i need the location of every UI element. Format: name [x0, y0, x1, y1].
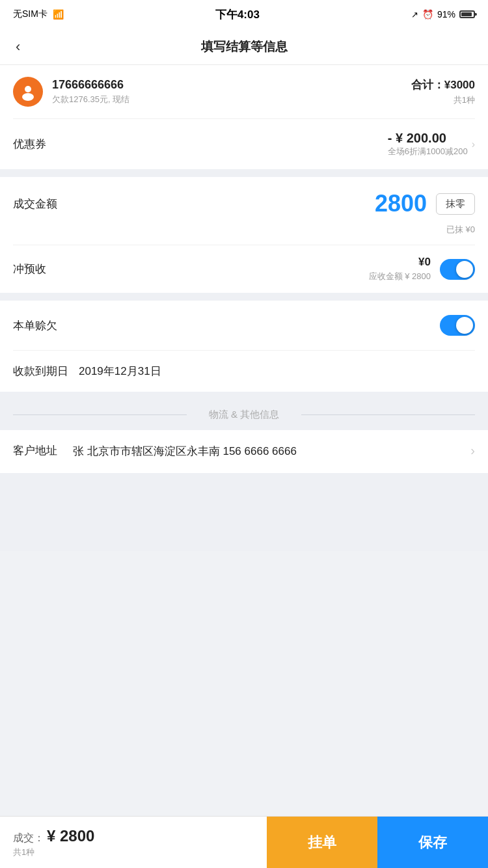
bottom-deal-label: 成交： — [13, 832, 44, 845]
nav-bar: ‹ 填写结算等信息 — [0, 29, 488, 65]
prereceive-amount: ¥0 应收金额 ¥ 2800 — [369, 256, 431, 282]
coupon-chevron-icon: › — [472, 139, 475, 150]
duedate-label: 收款到期日 — [13, 364, 68, 379]
coupon-right: - ¥ 200.00 全场6折满1000减200 › — [388, 131, 475, 157]
alarm-icon: ⏰ — [422, 9, 433, 20]
back-button[interactable]: ‹ — [10, 33, 25, 61]
battery-percent: 91% — [437, 9, 455, 20]
location-icon: ↗ — [411, 10, 418, 20]
customer-left: 17666666666 欠款1276.35元, 现结 — [13, 77, 129, 107]
customer-section: 17666666666 欠款1276.35元, 现结 合计：¥3000 共1种 … — [0, 65, 488, 169]
coupon-row[interactable]: 优惠券 - ¥ 200.00 全场6折满1000减200 › — [13, 118, 475, 169]
address-chevron-icon: › — [470, 443, 475, 458]
prereceive-row: 冲预收 ¥0 应收金额 ¥ 2800 — [13, 245, 475, 293]
logistics-label: 物流 & 其他信息 — [209, 409, 279, 421]
customer-sub: 欠款1276.35元, 现结 — [52, 94, 129, 105]
credit-section: 本单赊欠 收款到期日 2019年12月31日 — [0, 301, 488, 392]
amount-sub: 已抹 ¥0 — [13, 224, 475, 245]
svg-point-0 — [25, 86, 31, 92]
address-chevron: › — [470, 443, 475, 458]
address-value: 张 北京市市辖区海淀区永丰南 156 6666 6666 — [73, 443, 470, 460]
prereceive-sub: 应收金额 ¥ 2800 — [369, 271, 431, 282]
hold-button[interactable]: 挂单 — [267, 817, 377, 869]
amount-value: 2800 — [375, 190, 427, 217]
credit-label: 本单赊欠 — [13, 318, 57, 333]
svg-point-1 — [22, 93, 34, 101]
section-divider-2 — [0, 293, 488, 301]
empty-space — [0, 473, 488, 551]
battery-icon — [459, 10, 475, 18]
total-sub: 共1种 — [411, 94, 475, 106]
logistics-divider: 物流 & 其他信息 — [0, 400, 488, 430]
status-time: 下午4:03 — [215, 7, 260, 22]
address-row[interactable]: 客户地址 张 北京市市辖区海淀区永丰南 156 6666 6666 › — [13, 430, 475, 473]
round-zero-button[interactable]: 抹零 — [436, 193, 475, 215]
network-label: 无SIM卡 — [13, 8, 47, 20]
status-right: ↗ ⏰ 91% — [411, 9, 475, 20]
amount-row: 成交金额 2800 抹零 — [13, 177, 475, 224]
address-label: 客户地址 — [13, 443, 57, 458]
coupon-discount: - ¥ 200.00 — [388, 131, 468, 146]
save-button[interactable]: 保存 — [377, 817, 488, 869]
avatar — [13, 77, 43, 107]
prereceive-right: ¥0 应收金额 ¥ 2800 — [369, 256, 475, 282]
bottom-deal-line: 成交： ¥ 2800 — [13, 827, 254, 845]
address-section: 客户地址 张 北京市市辖区海淀区永丰南 156 6666 6666 › — [0, 430, 488, 473]
section-divider-1 — [0, 169, 488, 177]
status-left: 无SIM卡 📶 — [13, 8, 64, 20]
bottom-deal-sub: 共1种 — [13, 847, 254, 858]
bottom-summary: 成交： ¥ 2800 共1种 — [0, 827, 267, 858]
credit-toggle[interactable] — [440, 315, 475, 336]
customer-row: 17666666666 欠款1276.35元, 现结 合计：¥3000 共1种 — [13, 65, 475, 118]
customer-phone: 17666666666 — [52, 78, 129, 92]
prereceive-main: ¥0 — [369, 256, 431, 269]
amount-label: 成交金额 — [13, 197, 57, 211]
prereceive-toggle[interactable] — [440, 259, 475, 280]
status-bar: 无SIM卡 📶 下午4:03 ↗ ⏰ 91% — [0, 0, 488, 29]
bottom-deal-amount: ¥ 2800 — [47, 827, 94, 845]
wifi-icon: 📶 — [53, 9, 64, 20]
page-title: 填写结算等信息 — [201, 38, 288, 55]
customer-right: 合计：¥3000 共1种 — [411, 77, 475, 106]
amount-right: 2800 抹零 — [375, 190, 475, 217]
coupon-label: 优惠券 — [13, 137, 46, 152]
duedate-value: 2019年12月31日 — [79, 364, 161, 379]
customer-info: 17666666666 欠款1276.35元, 现结 — [52, 78, 129, 105]
total-amount: 合计：¥3000 — [411, 77, 475, 92]
prereceive-label: 冲预收 — [13, 262, 46, 277]
credit-row: 本单赊欠 — [13, 301, 475, 350]
duedate-row: 收款到期日 2019年12月31日 — [13, 350, 475, 392]
section-divider-3 — [0, 392, 488, 400]
amount-section: 成交金额 2800 抹零 已抹 ¥0 冲预收 ¥0 应收金额 ¥ 2800 — [0, 177, 488, 293]
bottom-bar: 成交： ¥ 2800 共1种 挂单 保存 — [0, 816, 488, 868]
coupon-desc: 全场6折满1000减200 — [388, 146, 468, 157]
